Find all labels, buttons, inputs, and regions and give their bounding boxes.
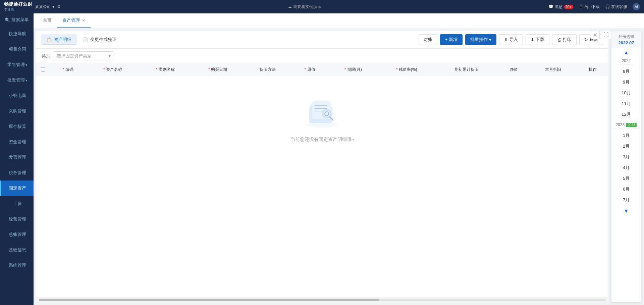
print-button[interactable]: 🖨 打印: [552, 34, 577, 45]
col-depreciation-method: 折旧方法: [244, 63, 291, 76]
select-all-checkbox[interactable]: [41, 67, 45, 71]
empty-text: 当前您还没有固定资产明细哦~: [290, 137, 354, 143]
month-item-10[interactable]: 10月: [611, 88, 641, 98]
company-selector[interactable]: 某某公司 ▾: [35, 4, 54, 10]
sidebar-item-quick-nav[interactable]: 快捷导航: [0, 26, 34, 42]
month-item-11[interactable]: 11月: [611, 98, 641, 109]
bottom-scrollbar[interactable]: [36, 297, 608, 302]
month-item-2023-5[interactable]: 5月: [611, 173, 641, 184]
message-icon: 💬: [548, 4, 553, 9]
category-select[interactable]: 选择固定资产类别: [53, 51, 113, 60]
download-button[interactable]: ⬇ 下载: [526, 34, 549, 45]
app-logo: 畅捷通好业财 专业版: [4, 1, 32, 12]
month-item-12[interactable]: 12月: [611, 109, 641, 120]
sidebar-item-purchase-mgmt[interactable]: 采购管理: [0, 103, 34, 119]
month-item-8[interactable]: 8月: [611, 66, 641, 77]
app-name: 畅捷通好业财: [4, 1, 32, 7]
close-panel-button[interactable]: ✕: [591, 31, 600, 39]
sidebar-item-project-contract[interactable]: 项目合同: [0, 42, 34, 57]
scroll-thumb[interactable]: [39, 299, 379, 301]
phone-icon: 📱: [579, 4, 584, 9]
cloud-icon: ☁: [288, 4, 292, 9]
import-button[interactable]: ⬆ 导入: [499, 34, 523, 45]
month-next-button[interactable]: ▼: [624, 208, 629, 214]
messages-button[interactable]: 💬 消息 99+: [548, 4, 573, 10]
tab-asset-mgmt[interactable]: 资产管理 ✕: [57, 14, 91, 28]
sidebar-item-system-mgmt[interactable]: 系统管理: [0, 258, 34, 273]
online-support-button[interactable]: 🎧 在线客服: [605, 4, 627, 10]
sidebar-item-fixed-assets[interactable]: 固定资产: [0, 181, 34, 196]
sidebar-item-invoice-mgmt[interactable]: 发票管理: [0, 150, 34, 165]
chevron-down-icon: ▾: [489, 37, 491, 42]
reconcile-button[interactable]: 对账: [419, 34, 437, 45]
batch-ops-button[interactable]: 批量操作 ▾: [465, 34, 496, 45]
month-item-2023-6[interactable]: 6月: [611, 184, 641, 195]
sidebar-item-general-ledger[interactable]: 总账管理: [0, 227, 34, 242]
sidebar-item-search-menu[interactable]: 🔍 搜索菜单: [0, 13, 34, 26]
headset-icon: 🎧: [605, 4, 610, 9]
demo-link[interactable]: ☁ 我要看实例演示: [288, 4, 321, 10]
filter-bar: 类别 选择固定资产类别 ▾: [36, 49, 608, 63]
main-layout: 🔍 搜索菜单 快捷导航 项目合同 零售管理 ▾ 批发管理 ▾ 小畅电商 采购管理: [0, 13, 644, 305]
asset-table: 编码 资产名称 类别名称 购买日期 折旧方法 原值 期限(月) 残值率(%) 期…: [36, 63, 608, 76]
month-item-2023-4[interactable]: 4月: [611, 162, 641, 173]
col-net-value: 净值: [498, 63, 530, 76]
app-download-button[interactable]: 📱 App下载: [579, 4, 600, 10]
month-item-9[interactable]: 9月: [611, 77, 641, 88]
top-bar-right: 💬 消息 99+ 📱 App下载 🎧 在线客服 Ai: [548, 3, 640, 10]
col-purchase-date: 购买日期: [192, 63, 244, 76]
month-item-2023-1[interactable]: 1月: [611, 130, 641, 141]
content-area: 首页 资产管理 ✕ 📋 资产明细 📄 变更生成凭证: [34, 13, 644, 305]
add-button[interactable]: + 新增: [440, 34, 463, 45]
col-code: 编码: [50, 63, 87, 76]
month-panel: 月份选择 2022.07 ▲ 2022 8月 9月 10月 11月 12月 20…: [611, 31, 641, 302]
print-icon: 🖨: [557, 37, 561, 42]
year-2023-header: 2023 2023: [613, 121, 640, 129]
sub-tab-asset-detail[interactable]: 📋 资产明细: [42, 35, 76, 45]
toolbar-right: 对账 + 新增 批量操作 ▾ ⬆ 导入 ⬇ 下载: [419, 34, 603, 45]
table-header: 编码 资产名称 类别名称 购买日期 折旧方法 原值 期限(月) 残值率(%) 期…: [36, 63, 608, 76]
sidebar-item-operations-mgmt[interactable]: 经营管理: [0, 211, 34, 227]
table-wrap: 编码 资产名称 类别名称 购买日期 折旧方法 原值 期限(月) 残值率(%) 期…: [36, 63, 608, 297]
sidebar-item-wholesale-mgmt[interactable]: 批发管理 ▾: [0, 72, 34, 88]
sub-tab-change-voucher[interactable]: 📄 变更生成凭证: [78, 35, 121, 45]
month-nav: ▲: [611, 48, 641, 57]
tab-close-icon[interactable]: ✕: [82, 18, 85, 23]
month-item-2023-3[interactable]: 3月: [611, 152, 641, 162]
sidebar-item-payroll[interactable]: 工资: [0, 196, 34, 211]
sidebar-item-ecommerce[interactable]: 小畅电商: [0, 88, 34, 103]
company-name: 某某公司: [35, 4, 51, 10]
empty-illustration: [302, 96, 342, 130]
settings-icon[interactable]: ⚙: [57, 4, 61, 9]
user-icon: Ai: [633, 3, 640, 10]
chevron-down-icon: ▾: [25, 79, 27, 82]
dropdown-icon: ▾: [52, 4, 54, 9]
month-prev-button[interactable]: ▲: [624, 50, 629, 56]
current-year-badge: 2023: [626, 123, 637, 127]
sidebar-item-finance-mgmt[interactable]: 资金管理: [0, 134, 34, 150]
col-original-value: 原值: [291, 63, 328, 76]
col-accumulated-depreciation: 期初累计折旧: [435, 63, 498, 76]
refresh-icon: ↻: [584, 37, 588, 42]
month-nav-down: ▼: [611, 207, 641, 215]
messages-badge: 99+: [564, 5, 573, 9]
import-icon: ⬆: [504, 37, 508, 42]
col-operations: 操作: [577, 63, 608, 76]
panel-controls: ✕ ⛶: [591, 31, 611, 39]
col-residual-rate: 残值率(%): [378, 63, 435, 76]
month-item-2023-7[interactable]: 7月: [611, 195, 641, 205]
sidebar-item-retail-mgmt[interactable]: 零售管理 ▾: [0, 57, 34, 72]
expand-panel-button[interactable]: ⛶: [601, 31, 611, 39]
year-2022-header: 2022: [619, 57, 634, 65]
tab-home[interactable]: 首页: [38, 14, 57, 28]
category-select-wrap: 选择固定资产类别 ▾: [53, 51, 113, 60]
col-category-name: 类别名称: [139, 63, 192, 76]
sub-tab-bar: 📋 资产明细 📄 变更生成凭证 对账 + 新增 批量操作 ▾: [36, 31, 608, 49]
month-list-2023: 1月 2月 3月 4月 5月 6月 7月: [611, 129, 641, 207]
sidebar-item-inventory[interactable]: 库存核算: [0, 119, 34, 134]
user-avatar[interactable]: Ai: [633, 3, 640, 10]
month-item-2023-2[interactable]: 2月: [611, 141, 641, 152]
sidebar-item-basic-info[interactable]: 基础信息: [0, 242, 34, 258]
sidebar-item-tax-mgmt[interactable]: 税务管理: [0, 165, 34, 181]
doc-icon: 📄: [83, 37, 88, 42]
